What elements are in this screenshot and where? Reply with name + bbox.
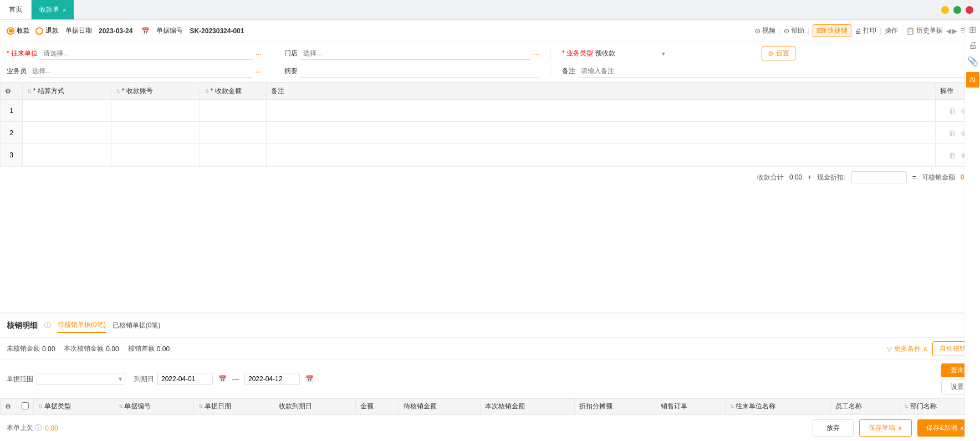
note-input[interactable] — [578, 65, 973, 78]
store-more-icon[interactable]: ··· — [533, 49, 539, 58]
range-select[interactable] — [37, 373, 125, 385]
partner-input[interactable] — [40, 47, 253, 60]
prev-arrow[interactable]: ◀ — [946, 27, 951, 35]
amount-input-3[interactable] — [200, 144, 266, 166]
biz-type-arrow[interactable]: ▾ — [662, 50, 665, 58]
account-input-2[interactable] — [111, 122, 200, 143]
date-from-calendar-icon[interactable]: 📅 — [218, 375, 227, 383]
amount-input-1[interactable] — [200, 100, 266, 121]
next-arrow[interactable]: ▶ — [952, 27, 957, 35]
tab-close-icon[interactable]: × — [63, 7, 66, 13]
sidebar-attach-icon[interactable]: 📎 — [967, 56, 978, 66]
receipt-table: ⚙ ⇅ * 结算方式 ⇅ * 收款账号 ⇅ * 收款金额 备注 — [0, 83, 980, 166]
delete-icon-1[interactable]: 🗑 — [948, 106, 956, 115]
footer: 本单上欠 ⓘ 0.00 放弃 保存草稿 ∧ 保存&新增 ∧ — [0, 414, 980, 441]
partner-more-icon[interactable]: ··· — [255, 49, 262, 58]
row-account-3[interactable] — [111, 144, 200, 166]
shortcut-label: 快捷键 — [828, 26, 848, 35]
filter-row: 单据范围 ▾ 到期日 📅 — 📅 查询 设置 — [0, 360, 980, 398]
save-draft-button[interactable]: 保存草稿 ∧ — [859, 419, 912, 437]
info-icon-footer[interactable]: ⓘ — [35, 424, 42, 432]
discount-input[interactable] — [851, 171, 907, 183]
remark-input-2[interactable] — [267, 122, 935, 143]
store-input[interactable] — [300, 47, 530, 60]
tab-receipt-active[interactable]: 收款单 × — [32, 0, 74, 19]
remark-input-3[interactable] — [267, 144, 935, 166]
date-dash: — — [232, 375, 239, 383]
row-amount-1[interactable] — [200, 100, 267, 122]
row-account-2[interactable] — [111, 122, 200, 144]
minimize-button[interactable] — [941, 6, 949, 14]
account-input-1[interactable] — [111, 100, 200, 121]
delete-icon-3[interactable]: 🗑 — [948, 151, 956, 160]
row-amount-2[interactable] — [200, 122, 267, 144]
date-to-input[interactable] — [244, 373, 300, 385]
tab-home[interactable]: 首页 — [0, 0, 32, 19]
col-checkbox[interactable] — [17, 399, 34, 414]
biz-type-value: 预收款 — [595, 49, 615, 58]
history-label: 历史单据 — [916, 26, 943, 35]
row-account-1[interactable] — [111, 100, 200, 122]
date-filter: 到期日 📅 — 📅 — [134, 373, 316, 385]
col-amount: 金额 — [356, 399, 399, 414]
delete-icon-2[interactable]: 🗑 — [948, 129, 956, 137]
radio-receipt-label: 收款 — [17, 26, 30, 35]
staff-input[interactable] — [29, 65, 253, 78]
date-from-input[interactable] — [157, 373, 213, 385]
tab-bar: 首页 收款单 × — [0, 0, 980, 20]
toolbar: 收款 退款 单据日期 2023-03-24 📅 单据编号 SK-20230324… — [0, 20, 980, 42]
summary-row: 收款合计 0.00 + 现金折扣: = 可核销金额 0.00 — [0, 166, 980, 188]
form-area: * 往来单位 ··· 门店 ··· * 业务类型 预收款 ▾ ⚙ 设置 — [0, 42, 980, 83]
settle-input-1[interactable] — [23, 100, 111, 121]
row-remark-3[interactable] — [267, 144, 936, 166]
settle-input-3[interactable] — [23, 144, 111, 166]
maximize-button[interactable] — [953, 6, 961, 14]
pending-tab[interactable]: 待核销单据(0笔) — [58, 318, 106, 333]
col-check-settings[interactable]: ⚙ — [1, 399, 17, 414]
row-settle-3[interactable] — [23, 144, 111, 166]
col-pending-amount: 待核销金额 — [399, 399, 481, 414]
radio-refund[interactable]: 退款 — [35, 26, 59, 35]
close-button[interactable] — [966, 6, 973, 14]
receipt-type-radio: 收款 退款 — [7, 26, 59, 35]
more-conditions-label: 更多条件 — [894, 344, 921, 353]
account-input-3[interactable] — [111, 144, 200, 166]
date-to-calendar-icon[interactable]: 📅 — [305, 375, 314, 383]
row-settle-2[interactable] — [23, 122, 111, 144]
settle-input-2[interactable] — [23, 122, 111, 143]
amount-input-2[interactable] — [200, 122, 266, 143]
diff-stat: 核销差额 0.00 — [128, 344, 170, 353]
writeoff-header: 核销明细 ⓘ 待核销单据(0笔) 已核销单据(0笔) — [0, 314, 980, 338]
radio-receipt[interactable]: 收款 — [7, 26, 30, 35]
discard-button[interactable]: 放弃 — [813, 419, 854, 437]
form-row-1: * 往来单位 ··· 门店 ··· * 业务类型 预收款 ▾ ⚙ 设置 — [7, 47, 973, 60]
row-settle-1[interactable] — [23, 100, 111, 122]
current-cancel-stat: 本次核销金额 0.00 — [64, 344, 119, 353]
settings-button[interactable]: ⚙ 设置 — [762, 47, 795, 60]
available-label: 可核销金额 — [922, 173, 955, 182]
writeoff-info-icon[interactable]: ⓘ — [44, 321, 51, 330]
row-remark-1[interactable] — [267, 100, 936, 122]
summary-input[interactable] — [300, 65, 539, 78]
row-amount-3[interactable] — [200, 144, 267, 166]
video-button[interactable]: ⊙ 视频 — [755, 26, 775, 35]
staff-more-icon[interactable]: ··· — [255, 67, 262, 76]
due-date-label: 到期日 — [134, 375, 154, 384]
operate-button[interactable]: 操作 — [885, 26, 898, 35]
sidebar-table-icon[interactable]: ⊞ — [969, 24, 976, 35]
help-button[interactable]: ⊙ 帮助 — [784, 26, 804, 35]
remark-input-1[interactable] — [267, 100, 935, 121]
history-button[interactable]: 📋 历史单据 — [906, 26, 943, 35]
date-label: 单据日期 — [65, 26, 92, 35]
shortcut-button[interactable]: ⌨ 快捷键 — [813, 24, 851, 37]
calendar-icon[interactable]: 📅 — [141, 27, 150, 35]
range-select-wrap: ▾ — [37, 373, 125, 385]
print-button[interactable]: 🖨 打印 — [855, 26, 876, 35]
col-settings-icon[interactable]: ⚙ — [1, 83, 23, 100]
sidebar-ai-icon[interactable]: Ai — [966, 72, 979, 88]
select-all-checkbox[interactable] — [22, 402, 29, 409]
done-tab[interactable]: 已核销单据(0笔) — [113, 319, 161, 332]
row-remark-2[interactable] — [267, 122, 936, 144]
more-conditions-btn[interactable]: ▽ 更多条件 ∧ — [887, 344, 928, 353]
sidebar-print-icon[interactable]: 🖨 — [968, 40, 977, 50]
